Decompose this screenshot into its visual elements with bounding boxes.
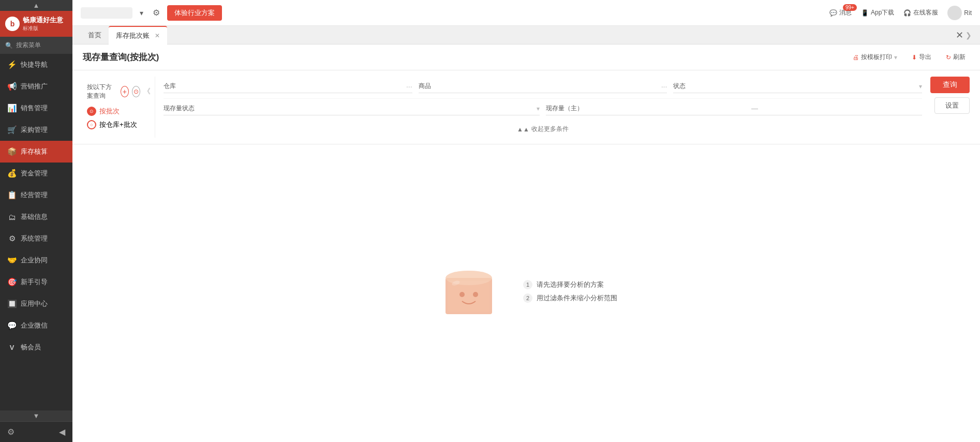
sidebar-item-sales[interactable]: 📊 销售管理	[0, 97, 72, 119]
sidebar-item-wechat[interactable]: 💬 企业微信	[0, 315, 72, 336]
scheme-sidebar: 按以下方案查询 + ⊙ 《 ⊙ 按批次 ○ 按仓库+批次	[83, 77, 155, 138]
sidebar-scroll-up[interactable]: ▲	[0, 0, 72, 11]
svg-point-5	[473, 292, 478, 297]
empty-illustration	[435, 262, 502, 325]
main-area: ▾ ⚙ 体验行业方案 💬 消息 99+ 📱 App下载 🎧 在线客服 Rit	[72, 0, 980, 442]
warehouse-label: 仓库	[164, 82, 176, 91]
sidebar-item-label: 新手引导	[21, 277, 48, 287]
collapse-more-btn[interactable]: ▲▲ 收起更多条件	[517, 125, 569, 134]
marketing-icon: 📢	[7, 82, 17, 91]
tab-close-btn[interactable]: ✕	[155, 32, 160, 39]
inventory-amount-from[interactable]	[587, 105, 745, 112]
panel-expand-btn[interactable]: ❯	[966, 31, 972, 39]
avatar	[947, 6, 962, 20]
tab-home[interactable]: 首页	[81, 26, 109, 45]
scheme-batch-icon: ⊙	[87, 107, 96, 116]
sidebar-item-apps[interactable]: 🔲 应用中心	[0, 293, 72, 315]
messages-btn[interactable]: 💬 消息 99+	[829, 8, 852, 17]
app-download-btn[interactable]: 📱 App下载	[861, 8, 894, 17]
sidebar-search[interactable]: 🔍 搜索菜单	[0, 37, 72, 54]
status-label: 状态	[673, 82, 686, 91]
headset-icon: 🎧	[903, 9, 911, 17]
inventory-status-field: 现存量状态 ▾	[164, 104, 540, 115]
user-avatar-area[interactable]: Rit	[947, 6, 972, 20]
wechat-icon: 💬	[7, 321, 17, 330]
sidebar-item-member[interactable]: V 畅会员	[0, 336, 72, 358]
message-icon: 💬	[829, 9, 837, 17]
inventory-amount-dash: —	[749, 105, 760, 112]
sidebar-item-purchase[interactable]: 🛒 采购管理	[0, 119, 72, 141]
inventory-status-expand-icon[interactable]: ▾	[537, 105, 540, 112]
print-btn[interactable]: 🖨 按模板打印 ▾	[849, 51, 901, 64]
sidebar-header: b 畅康通好生意 标准版	[0, 11, 72, 37]
shortcut-icon: ⚡	[7, 60, 17, 69]
goods-input[interactable]	[435, 82, 657, 90]
sidebar-nav: ⚡ 快捷导航 📢 营销推广 📊 销售管理 🛒 采购管理 📦 库存核算 💰 资金管…	[0, 54, 72, 410]
inventory-amount-to[interactable]	[764, 105, 922, 112]
breadcrumb-dropdown-btn[interactable]: ▾	[138, 7, 145, 19]
refresh-label: 刷新	[953, 53, 966, 62]
scheme-add-btn[interactable]: +	[121, 86, 129, 97]
scheme-warehouse-batch-icon: ○	[87, 120, 96, 129]
app-download-label: App下载	[871, 8, 894, 17]
messages-badge: 99+	[843, 4, 857, 11]
tab-inventory-batch[interactable]: 库存批次账 ✕	[109, 26, 167, 45]
refresh-btn[interactable]: ↻ 刷新	[942, 51, 970, 64]
sidebar-item-label: 企业微信	[21, 321, 48, 330]
goods-more-icon[interactable]: ···	[661, 82, 667, 91]
topbar: ▾ ⚙ 体验行业方案 💬 消息 99+ 📱 App下载 🎧 在线客服 Rit	[72, 0, 980, 26]
status-input[interactable]	[690, 82, 915, 90]
filter-fields-area: 仓库 ··· 商品 ··· 状态 ▾	[155, 77, 930, 138]
topbar-gear-btn[interactable]: ⚙	[151, 6, 162, 20]
collapse-sidebar-icon[interactable]: ◀	[59, 427, 65, 437]
scheme-collapse-btn[interactable]: 《	[143, 87, 151, 96]
experience-btn[interactable]: 体验行业方案	[167, 5, 222, 21]
system-icon: ⚙	[7, 234, 17, 243]
sidebar-item-finance[interactable]: 💰 资金管理	[0, 163, 72, 184]
close-panel-btn[interactable]: ✕	[954, 27, 966, 43]
sidebar-item-label: 基础信息	[21, 212, 48, 222]
sidebar-item-shortcut[interactable]: ⚡ 快捷导航	[0, 54, 72, 76]
breadcrumb-input[interactable]	[81, 7, 132, 19]
online-service-btn[interactable]: 🎧 在线客服	[903, 8, 938, 17]
goods-label: 商品	[419, 82, 431, 91]
sidebar-item-label: 畅会员	[21, 343, 41, 352]
tab-home-label: 首页	[88, 31, 101, 40]
sidebar-item-basic[interactable]: 🗂 基础信息	[0, 206, 72, 228]
refresh-icon: ↻	[946, 54, 951, 61]
status-expand-icon[interactable]: ▾	[919, 83, 922, 90]
sidebar-item-operation[interactable]: 📋 经营管理	[0, 184, 72, 206]
query-btn[interactable]: 查询	[930, 77, 970, 93]
sidebar-item-label: 企业协同	[21, 256, 48, 265]
scheme-settings-btn[interactable]: ⊙	[132, 86, 140, 97]
warehouse-input[interactable]	[180, 82, 402, 90]
warehouse-field: 仓库 ···	[164, 82, 412, 93]
sidebar-item-label: 应用中心	[21, 299, 48, 308]
inventory-status-input[interactable]	[199, 105, 532, 112]
scheme-warehouse-batch-label: 按仓库+批次	[99, 120, 137, 129]
sidebar-item-enterprise[interactable]: 🤝 企业协同	[0, 249, 72, 271]
inventory-icon: 📦	[7, 147, 17, 156]
search-icon: 🔍	[5, 42, 13, 49]
app-company: 畅康通好生意	[23, 16, 63, 25]
sidebar-item-system[interactable]: ⚙ 系统管理	[0, 228, 72, 249]
member-icon: V	[7, 343, 17, 352]
sales-icon: 📊	[7, 104, 17, 113]
inventory-amount-label: 现存量（主）	[546, 104, 583, 113]
inventory-amount-field: 现存量（主） —	[546, 104, 922, 115]
export-btn[interactable]: ⬇ 导出	[908, 51, 936, 64]
hint-text-1: 请先选择要分析的方案	[537, 280, 604, 289]
scheme-item-batch[interactable]: ⊙ 按批次	[83, 105, 155, 118]
sidebar-scroll-down[interactable]: ▼	[0, 410, 72, 421]
finance-icon: 💰	[7, 169, 17, 178]
warehouse-more-icon[interactable]: ···	[406, 82, 412, 91]
scheme-item-warehouse-batch[interactable]: ○ 按仓库+批次	[83, 118, 155, 131]
sidebar-item-marketing[interactable]: 📢 营销推广	[0, 76, 72, 97]
settings-icon[interactable]: ⚙	[7, 427, 14, 437]
sidebar-item-newbie[interactable]: 🎯 新手引导	[0, 271, 72, 293]
sidebar-item-inventory[interactable]: 📦 库存核算	[0, 141, 72, 163]
empty-illustration-svg	[435, 262, 502, 325]
app-logo: b	[5, 17, 20, 31]
inventory-status-label: 现存量状态	[164, 104, 195, 113]
set-btn[interactable]: 设置	[934, 97, 970, 114]
